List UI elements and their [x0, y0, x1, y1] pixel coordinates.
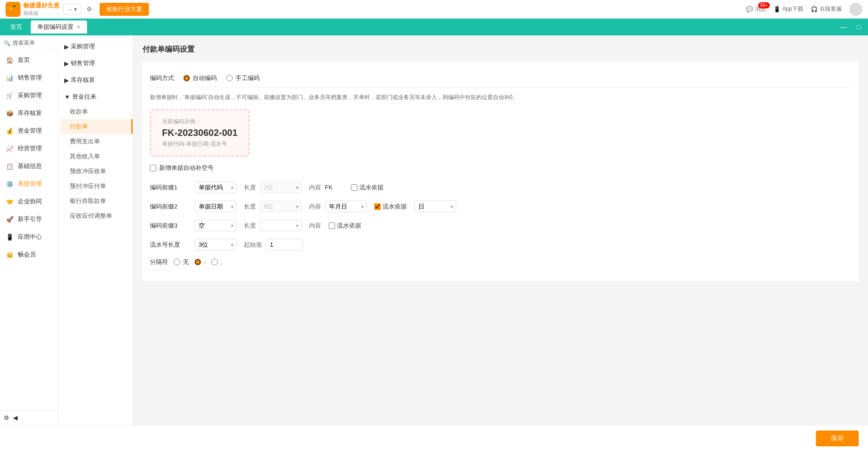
prefix2-serial-group: 流水依据	[374, 202, 407, 211]
auto-code-radio-label[interactable]: 自动编码	[183, 74, 217, 82]
tab-coding-settings-label: 单据编码设置	[37, 23, 74, 31]
sub-menu-payment[interactable]: 付款单	[61, 119, 133, 134]
sidebar-item-guide[interactable]: 🚀 新手引导	[0, 210, 58, 228]
manual-code-radio[interactable]	[226, 75, 233, 81]
sidebar-collapse-icon[interactable]: ◀	[13, 414, 18, 421]
prefix2-period-select[interactable]: 日	[414, 201, 456, 212]
settings-card: 编码方式 自动编码 手工编码 新增单据时，'单据编码'自动生成，不可编辑。前缀设…	[142, 62, 859, 281]
window-maximize-button[interactable]: □	[853, 21, 864, 33]
sub-menu-expense[interactable]: 费用支出单	[61, 134, 133, 149]
sidebar-item-sales-label: 销售管理	[18, 74, 42, 82]
separator-none-text: 无	[183, 258, 189, 266]
sidebar-item-basic[interactable]: 📋 基础信息	[0, 157, 58, 175]
sub-menu-prepay-receivable[interactable]: 预收冲应收单	[61, 164, 133, 179]
prefix2-content-select[interactable]: 年月日	[325, 201, 367, 212]
sidebar-item-purchase-label: 采购管理	[18, 91, 42, 100]
prefix3-select[interactable]: 空	[195, 220, 236, 231]
sub-menu-fund-header[interactable]: ▼ 资金往来	[59, 89, 133, 104]
tabbar-actions: — □	[838, 21, 864, 33]
separator-dot-label[interactable]: .	[211, 259, 222, 266]
tab-close-icon[interactable]: ✕	[76, 24, 81, 30]
separator-none-label[interactable]: 无	[174, 258, 189, 266]
auto-code-radio[interactable]	[183, 75, 190, 81]
page-title: 付款单编码设置	[142, 45, 859, 54]
manual-code-radio-label[interactable]: 手工编码	[226, 74, 260, 82]
start-value-group: 起始值	[244, 239, 303, 250]
online-service-item[interactable]: 🎧 在线客服	[811, 5, 842, 13]
window-minimize-button[interactable]: —	[838, 21, 849, 33]
sub-menu-other-income[interactable]: 其他收入单	[61, 149, 133, 164]
sidebar-item-purchase[interactable]: 🛒 采购管理	[0, 87, 58, 104]
separator-dot-text: .	[221, 259, 222, 266]
search-icon: 🔍	[4, 40, 11, 47]
sidebar-item-basic-label: 基础信息	[18, 162, 42, 170]
prefix2-select[interactable]: 单据日期	[195, 201, 236, 212]
prefix1-select[interactable]: 单据代码	[195, 182, 236, 193]
sub-menu-bank-deposit[interactable]: 银行存取款单	[61, 194, 133, 209]
save-button[interactable]: 保存	[816, 431, 859, 446]
sidebar-item-apps[interactable]: 📱 应用中心	[0, 228, 58, 246]
code-preview-box: 当前编码示例： FK-20230602-001 单据代码-单据日期-流水号	[150, 109, 249, 156]
settings-icon[interactable]: ⚙	[83, 3, 96, 16]
prefix3-serial-label: 流水依据	[337, 222, 361, 230]
prefix1-content-label: 内容	[309, 183, 321, 192]
separator-row: 分隔符 无 - .	[150, 258, 851, 266]
prefix3-length-select-wrapper	[260, 220, 302, 231]
chevron-down-icon-fund: ▼	[64, 94, 70, 101]
sidebar: 🔍 搜索菜单 🏠 首页 📊 销售管理 🛒 采购管理 📦 库存核算 💰 资金管理 …	[0, 35, 59, 425]
serial-length-select[interactable]: 3位	[195, 239, 236, 250]
sidebar-item-operations[interactable]: 📈 经营管理	[0, 140, 58, 157]
avatar-image	[849, 3, 862, 16]
manual-code-label: 手工编码	[236, 74, 260, 82]
sub-menu-receipt[interactable]: 收款单	[61, 104, 133, 119]
auto-fill-checkbox[interactable]	[150, 165, 156, 171]
sidebar-item-cooperation[interactable]: 🤝 企业协同	[0, 193, 58, 210]
serial-length-select-wrapper: 3位	[195, 239, 236, 250]
nav-dropdown[interactable]: ··· ▾	[63, 4, 81, 15]
sidebar-item-home[interactable]: 🏠 首页	[0, 51, 58, 69]
sub-menu-prepay-payable[interactable]: 预付冲应付单	[61, 179, 133, 194]
prefix1-length-select-wrapper: 2位	[260, 182, 302, 193]
sub-menu-inventory-header[interactable]: ▶ 库存核算	[59, 73, 133, 88]
trial-button[interactable]: 体验行业方案	[100, 3, 149, 16]
prefix2-content-group: 内容 年月日	[309, 201, 367, 212]
sidebar-settings-icon[interactable]: ⚙	[4, 414, 9, 421]
sidebar-item-finance[interactable]: 💰 资金管理	[0, 122, 58, 140]
main-layout: 🔍 搜索菜单 🏠 首页 📊 销售管理 🛒 采购管理 📦 库存核算 💰 资金管理 …	[0, 35, 868, 425]
sub-menu-purchase-header[interactable]: ▶ 采购管理	[59, 39, 133, 54]
app-download-item[interactable]: 📱 App下载	[774, 5, 803, 13]
start-value-input[interactable]	[266, 239, 303, 250]
prefix3-serial-checkbox[interactable]	[329, 222, 335, 229]
auto-fill-row: 新增单据自动补空号	[150, 164, 851, 172]
message-item[interactable]: 💬 消息 99+	[746, 5, 766, 13]
tab-coding-settings[interactable]: 单据编码设置 ✕	[31, 20, 87, 34]
separator-dot-radio[interactable]	[211, 259, 218, 265]
sidebar-item-member[interactable]: 👑 畅会员	[0, 246, 58, 263]
sidebar-search[interactable]: 🔍 搜索菜单	[0, 35, 58, 51]
prefix2-serial-checkbox[interactable]	[374, 203, 381, 210]
prefix2-content-select-wrapper: 年月日	[325, 201, 367, 212]
bottom-bar: 保存	[0, 425, 868, 451]
sub-menu-sales-header[interactable]: ▶ 销售管理	[59, 56, 133, 71]
app-download-label: App下载	[782, 5, 803, 13]
sidebar-item-system[interactable]: ⚙️ 系统管理	[0, 175, 58, 193]
sidebar-bottom: ⚙ ◀	[0, 410, 58, 425]
prefix1-serial-checkbox[interactable]	[351, 184, 357, 191]
prefix3-length-select[interactable]	[260, 220, 302, 231]
separator-dash-radio[interactable]	[195, 259, 201, 265]
user-avatar[interactable]	[849, 3, 862, 16]
separator-none-radio[interactable]	[174, 259, 180, 265]
tab-home[interactable]: 首页	[4, 20, 29, 34]
prefix3-content-label: 内容	[309, 222, 321, 230]
prefix1-serial-group: 流水依据	[351, 183, 384, 192]
purchase-icon: 🛒	[6, 91, 14, 100]
sidebar-item-sales[interactable]: 📊 销售管理	[0, 69, 58, 87]
headset-icon: 🎧	[811, 6, 818, 13]
prefix2-label: 编码前缀2	[150, 202, 187, 211]
prefix3-length-label: 长度	[244, 222, 256, 230]
sub-menu-adjustment[interactable]: 应收应付调整单	[61, 209, 133, 223]
separator-dash-label[interactable]: -	[195, 259, 206, 266]
prefix1-length-group: 长度 2位	[244, 182, 302, 193]
sidebar-item-inventory[interactable]: 📦 库存核算	[0, 104, 58, 122]
sidebar-item-finance-label: 资金管理	[18, 127, 42, 135]
